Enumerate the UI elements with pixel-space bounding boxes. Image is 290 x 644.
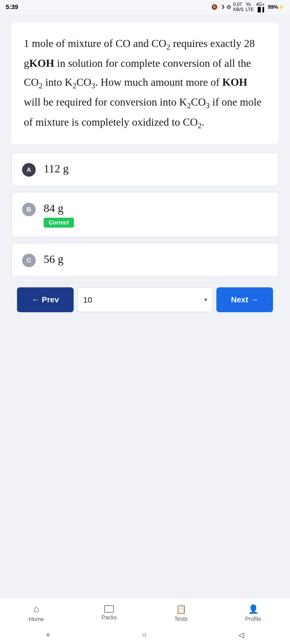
status-time: 5:39 bbox=[6, 3, 18, 11]
tab-tests-label: Tests bbox=[174, 616, 188, 622]
signal-4g: 4G+▐▌▌ bbox=[256, 2, 266, 12]
options-container: A 112 g B 84 g Correct C 56 g bbox=[11, 152, 279, 277]
navigation-bar: ← Prev 1 2 3 4 5 6 7 8 9 10 11 12 ▾ Next… bbox=[11, 283, 279, 317]
home-icon: ⌂ bbox=[33, 604, 39, 614]
option-b-content: 84 g Correct bbox=[44, 202, 74, 228]
tab-profile[interactable]: 👤 Profile bbox=[245, 604, 261, 622]
page-select[interactable]: 1 2 3 4 5 6 7 8 9 10 11 12 bbox=[77, 287, 213, 312]
tab-tests[interactable]: 📋 Tests bbox=[174, 604, 188, 622]
android-nav-bar: ≡ ○ ◁ bbox=[0, 626, 290, 644]
battery: 99%⚡ bbox=[268, 4, 284, 10]
status-bar: 5:39 🔕 ☽ ⊙ 0.07KB/S YoLTE 4G+▐▌▌ 99%⚡ bbox=[0, 0, 290, 14]
option-c-card[interactable]: C 56 g bbox=[11, 243, 279, 277]
option-b-badge: B bbox=[22, 203, 36, 216]
tab-packs[interactable]: Packs bbox=[101, 605, 117, 621]
profile-icon: 👤 bbox=[248, 604, 259, 614]
option-b-value: 84 g bbox=[44, 202, 74, 215]
main-content: 1 mole of mixture of CO and CO2 requires… bbox=[0, 14, 290, 598]
alarm-icon: ⊙ bbox=[227, 4, 231, 10]
tests-icon: 📋 bbox=[176, 604, 186, 614]
question-text: 1 mole of mixture of CO and CO2 requires… bbox=[24, 34, 266, 132]
option-c-value: 56 g bbox=[44, 253, 63, 266]
option-c-content: 56 g bbox=[44, 253, 63, 266]
tab-packs-label: Packs bbox=[101, 614, 117, 621]
network-type: YoLTE bbox=[246, 2, 254, 12]
moon-icon: ☽ bbox=[220, 4, 224, 10]
next-button[interactable]: Next → bbox=[216, 287, 273, 312]
tab-bar: ⌂ Home Packs 📋 Tests 👤 Profile bbox=[0, 598, 290, 626]
android-back-icon[interactable]: ◁ bbox=[238, 631, 244, 639]
option-a-content: 112 g bbox=[44, 162, 69, 175]
android-home-icon[interactable]: ○ bbox=[142, 631, 146, 639]
option-c-badge: C bbox=[22, 254, 36, 267]
prev-button[interactable]: ← Prev bbox=[17, 287, 74, 312]
option-a-value: 112 g bbox=[44, 162, 69, 175]
packs-icon bbox=[104, 605, 114, 613]
correct-badge: Correct bbox=[44, 218, 74, 228]
option-a-card[interactable]: A 112 g bbox=[11, 152, 279, 186]
option-a-badge: A bbox=[22, 163, 36, 177]
question-card: 1 mole of mixture of CO and CO2 requires… bbox=[11, 23, 279, 144]
tab-home[interactable]: ⌂ Home bbox=[29, 604, 44, 622]
notification-icon: 🔕 bbox=[211, 4, 218, 10]
option-b-card[interactable]: B 84 g Correct bbox=[11, 192, 279, 237]
status-icons: 🔕 ☽ ⊙ 0.07KB/S YoLTE 4G+▐▌▌ 99%⚡ bbox=[211, 2, 284, 12]
tab-profile-label: Profile bbox=[245, 616, 261, 622]
data-speed: 0.07KB/S bbox=[233, 2, 243, 12]
android-menu-icon[interactable]: ≡ bbox=[46, 631, 50, 639]
page-select-wrapper: 1 2 3 4 5 6 7 8 9 10 11 12 ▾ bbox=[77, 287, 213, 312]
tab-home-label: Home bbox=[29, 616, 44, 622]
